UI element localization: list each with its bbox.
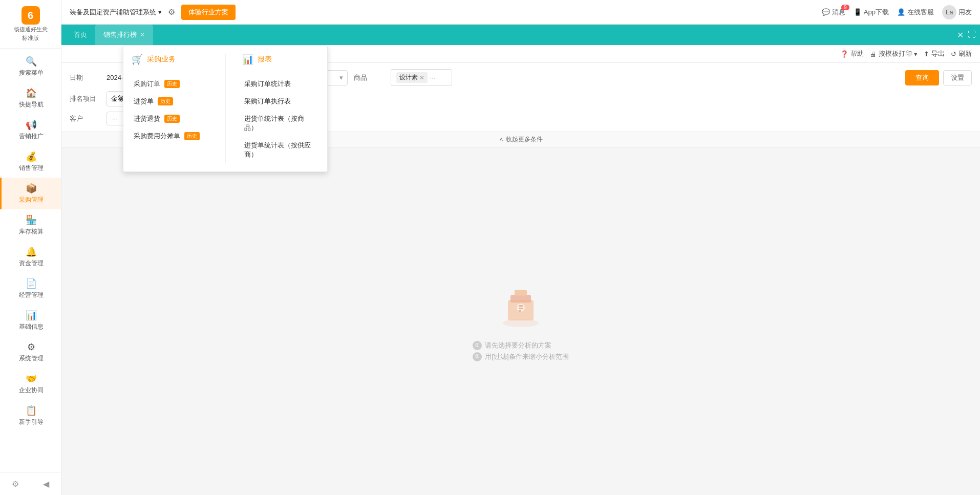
app-download-btn[interactable]: 📱 App下载 — [854, 8, 889, 17]
query-button[interactable]: 查询 — [905, 70, 939, 85]
tab-sales-rank-label: 销售排行榜 — [103, 30, 137, 39]
message-badge: 9 — [841, 5, 849, 10]
goods-tag-close-icon[interactable]: ✕ — [419, 74, 424, 81]
goods-more-icon[interactable]: ··· — [430, 74, 435, 81]
collapse-up-icon: ∧ — [499, 136, 504, 143]
sidebar-item-guide[interactable]: 📋 新手引导 — [0, 400, 61, 432]
expense-badge: 历史 — [184, 132, 200, 140]
export-btn[interactable]: ⬆ 导出 — [924, 49, 945, 58]
settings-button[interactable]: 设置 — [943, 70, 972, 85]
inbound-label: 进货单 — [134, 97, 154, 106]
system-title-dropdown[interactable]: 装备及固定资产辅助管理系统 ▾ — [70, 8, 162, 17]
print-btn[interactable]: 🖨 按模板打印 ▾ — [870, 49, 918, 58]
sidebar-item-label: 搜索菜单 — [19, 69, 44, 77]
goods-input[interactable]: 设计素 ✕ ··· — [391, 69, 452, 86]
avatar: Ea — [942, 5, 956, 19]
purchase-section-icon: 🛒 — [132, 54, 143, 65]
box-icon: 📦 — [26, 183, 37, 194]
main-container: 装备及固定资产辅助管理系统 ▾ ⚙ 体验行业方案 💬 消息 9 📱 App下载 … — [61, 0, 980, 495]
purchase-menu-section: 🛒 采购业务 采购订单 历史 进货单 历史 进货退货 历史 采购费用分摊单 — [132, 54, 209, 163]
sidebar-item-purchase[interactable]: 📦 采购管理 — [0, 178, 61, 209]
report-menu-section: 📊 报表 采购订单统计表 采购订单执行表 进货单统计表（按商品） 进货单统计表（… — [242, 54, 319, 163]
sidebar-item-finance[interactable]: 🔔 资金管理 — [0, 241, 61, 273]
purchase-order-badge: 历史 — [164, 80, 180, 88]
sidebar-item-label: 基础信息 — [19, 322, 44, 331]
sidebar-item-marketing[interactable]: 📢 营销推广 — [0, 114, 61, 146]
app-download-label: App下载 — [864, 8, 889, 17]
export-label: 导出 — [931, 49, 945, 58]
message-icon: 💬 — [822, 8, 830, 16]
sidebar-item-basicinfo[interactable]: 📊 基础信息 — [0, 305, 61, 336]
chart-icon: 📊 — [26, 310, 37, 321]
money-icon: 💰 — [26, 151, 37, 162]
user-btn[interactable]: Ea 用友 — [942, 5, 972, 19]
report-section-icon: 📊 — [242, 54, 253, 65]
customer-dots: ··· — [112, 115, 118, 122]
menu-item-inbound[interactable]: 进货单 历史 — [132, 93, 209, 110]
header-settings-icon[interactable]: ⚙ — [168, 7, 175, 17]
sidebar-item-inventory[interactable]: 🏪 库存核算 — [0, 209, 61, 241]
tab-close-icon[interactable]: ✕ — [140, 31, 145, 38]
industry-btn[interactable]: 体验行业方案 — [181, 5, 236, 20]
footer-settings-icon[interactable]: ⚙ — [12, 479, 19, 489]
print-dropdown-icon: ▾ — [914, 50, 918, 58]
return-label: 进货退货 — [134, 114, 160, 123]
menu-divider — [225, 54, 226, 163]
window-close-icon[interactable]: ✕ — [957, 30, 964, 40]
empty-tips: ① 请先选择要分析的方案 ② 用[过滤]条件来缩小分析范围 — [473, 339, 568, 363]
svg-rect-6 — [519, 308, 523, 309]
sidebar-item-label: 营销推广 — [19, 132, 44, 141]
print-icon: 🖨 — [870, 50, 877, 58]
message-btn[interactable]: 💬 消息 9 — [822, 8, 845, 17]
refresh-label: 刷新 — [958, 49, 972, 58]
print-label: 按模板打印 — [879, 49, 912, 58]
store-icon: 🏪 — [26, 214, 37, 226]
tip-text-2: 用[过滤]条件来缩小分析范围 — [485, 352, 568, 361]
sidebar-item-cooperation[interactable]: 🤝 企业协同 — [0, 368, 61, 400]
empty-illustration — [495, 279, 546, 331]
tab-bar-right: ✕ ⛶ — [957, 30, 976, 40]
system-title: 装备及固定资产辅助管理系统 — [70, 8, 156, 17]
report-section-title: 📊 报表 — [242, 54, 319, 69]
tab-home[interactable]: 首页 — [66, 25, 95, 45]
menu-item-purchase-order-exec[interactable]: 采购订单执行表 — [242, 93, 319, 110]
sidebar-item-label: 经营管理 — [19, 291, 44, 299]
purchase-section-label: 采购业务 — [147, 55, 176, 64]
goods-tag-label: 设计素 — [399, 73, 418, 82]
dropdown-menu: 🛒 采购业务 采购订单 历史 进货单 历史 进货退货 历史 采购费用分摊单 — [123, 45, 328, 172]
menu-item-inbound-stat-goods[interactable]: 进货单统计表（按商品） — [242, 110, 319, 137]
sidebar-item-search[interactable]: 🔍 搜索菜单 — [0, 51, 61, 82]
menu-item-return[interactable]: 进货退货 历史 — [132, 110, 209, 127]
online-service-btn[interactable]: 👤 在线客服 — [897, 8, 934, 17]
megaphone-icon: 📢 — [26, 119, 37, 131]
mobile-icon: 📱 — [854, 8, 862, 16]
sidebar-item-label: 资金管理 — [19, 259, 44, 268]
order-status-arrow-icon: ▾ — [339, 74, 343, 81]
window-expand-icon[interactable]: ⛶ — [968, 30, 976, 39]
sidebar-item-sales[interactable]: 💰 销售管理 — [0, 146, 61, 178]
tab-home-label: 首页 — [74, 30, 87, 39]
tip-num-2: ② — [473, 352, 482, 361]
menu-item-purchase-order-stat[interactable]: 采购订单统计表 — [242, 75, 319, 93]
sidebar-item-system[interactable]: ⚙ 系统管理 — [0, 336, 61, 368]
handshake-icon: 🤝 — [26, 373, 37, 384]
refresh-btn[interactable]: ↺ 刷新 — [951, 49, 972, 58]
gear-icon: ⚙ — [27, 341, 35, 353]
logo-icon: 6 — [22, 6, 40, 25]
sidebar: 6 畅捷通好生意 标准版 🔍 搜索菜单 🏠 快捷导航 📢 营销推广 💰 销售管理… — [0, 0, 61, 495]
help-btn[interactable]: ❓ 帮助 — [840, 49, 864, 58]
sidebar-footer: ⚙ ◀ — [0, 472, 61, 495]
sidebar-item-operations[interactable]: 📄 经营管理 — [0, 273, 61, 305]
menu-item-purchase-order[interactable]: 采购订单 历史 — [132, 75, 209, 93]
footer-collapse-icon[interactable]: ◀ — [43, 479, 49, 489]
purchase-section-title: 🛒 采购业务 — [132, 54, 209, 69]
bell-icon: 🔔 — [26, 246, 37, 257]
tab-sales-rank[interactable]: 销售排行榜 ✕ — [95, 25, 153, 45]
help-label: 帮助 — [850, 49, 864, 58]
sidebar-item-quicknav[interactable]: 🏠 快捷导航 — [0, 82, 61, 114]
sidebar-item-label: 库存核算 — [19, 227, 44, 236]
date-filter-label: 日期 — [70, 73, 100, 82]
menu-item-inbound-stat-supplier[interactable]: 进货单统计表（按供应商） — [242, 137, 319, 163]
purchase-order-exec-label: 采购订单执行表 — [244, 97, 291, 106]
menu-item-expense[interactable]: 采购费用分摊单 历史 — [132, 127, 209, 145]
